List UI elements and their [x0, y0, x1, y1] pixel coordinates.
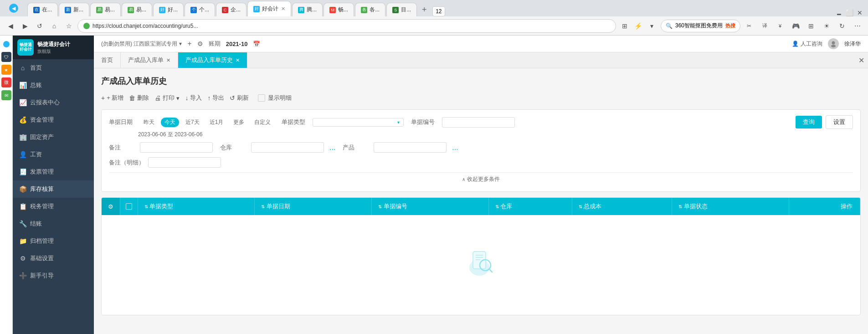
icon-sidebar-shield[interactable]: 🛡 [1, 52, 11, 62]
sidebar-item-home[interactable]: ⌂ 首页 [13, 59, 94, 77]
scissors-button[interactable]: ✂ [743, 20, 755, 32]
grid-button[interactable]: ⊞ [619, 20, 631, 32]
close-panel-button[interactable]: ✕ [855, 54, 868, 67]
tab-6[interactable]: 个 个... [185, 3, 215, 16]
close-button[interactable]: ✕ [857, 9, 863, 16]
sidebar-item-settle[interactable]: 🔧 结账 [13, 215, 94, 232]
game-button[interactable]: 🎮 [790, 20, 801, 32]
type-select[interactable]: ▾ [313, 118, 404, 127]
tab-stock-in-history[interactable]: 产成品入库单历史 ✕ [178, 52, 247, 68]
bookmark-button[interactable]: ☆ [63, 20, 75, 32]
sidebar-item-guide[interactable]: ➕ 新手引导 [13, 267, 94, 284]
sun-button[interactable]: ☀ [821, 20, 832, 32]
sidebar-item-asset[interactable]: 🏢 固定资产 [13, 128, 94, 146]
gear-icon[interactable]: ⚙ [108, 203, 113, 210]
back-button[interactable]: ◀ [5, 20, 16, 32]
tab-11[interactable]: 各 各... [355, 3, 385, 16]
warehouse-input[interactable] [251, 142, 324, 153]
icon-sidebar-mail[interactable]: ✉ [1, 90, 11, 100]
import-button[interactable]: ↓ 导入 [185, 94, 202, 102]
date-7days[interactable]: 近7天 [182, 118, 203, 127]
th-date[interactable]: ⇅ 单据日期 [255, 198, 372, 215]
query-button[interactable]: 查询 [796, 116, 822, 128]
tab-stock-in[interactable]: 产成品入库单 ✕ [121, 52, 178, 68]
settings-gear-button[interactable]: ⚙ [197, 40, 203, 47]
icon-sidebar-home[interactable] [1, 39, 11, 49]
settings-button[interactable]: 设置 [826, 115, 853, 129]
tab-7[interactable]: C 企... [216, 3, 247, 16]
product-input[interactable] [374, 142, 447, 153]
sync-button[interactable]: ↻ [836, 20, 848, 32]
company-selector[interactable]: (勿删勿禁用) 江西眼宝测试专用 ▾ [101, 40, 182, 48]
header-checkbox[interactable] [126, 203, 132, 210]
tab-8[interactable]: 好 好会计 ✕ [247, 1, 291, 16]
tab-home[interactable]: 首页 [94, 52, 121, 68]
icon-sidebar-star[interactable]: ★ [1, 65, 11, 75]
restore-button[interactable]: 🗕 [836, 9, 842, 16]
tab-2[interactable]: 新 新... [59, 3, 89, 16]
reload-button[interactable]: ↺ [34, 20, 46, 32]
date-1month[interactable]: 近1月 [206, 118, 227, 127]
collapse-button[interactable]: ∧ 收起更多条件 [109, 172, 853, 186]
product-dots[interactable]: ... [452, 144, 458, 152]
icon-sidebar-weibo[interactable]: 微 [1, 77, 11, 87]
tab-1[interactable]: 在 在... [27, 3, 58, 16]
note-input[interactable] [140, 142, 213, 153]
home-button[interactable]: ⌂ [48, 20, 60, 32]
tab-stock-in-close[interactable]: ✕ [166, 57, 170, 63]
th-type[interactable]: ⇅ 单据类型 [138, 198, 255, 215]
yuan-button[interactable]: ¥ [774, 20, 786, 32]
th-status[interactable]: ⇅ 单据状态 [672, 198, 789, 215]
more-button[interactable]: ⋯ [852, 20, 863, 32]
forward-button[interactable]: ▶ [19, 20, 31, 32]
sidebar-item-tax[interactable]: 📋 税务管理 [13, 198, 94, 215]
maximize-button[interactable]: ⬜ [846, 9, 853, 16]
tab-3[interactable]: 易 易... [90, 3, 121, 16]
tab-stock-in-history-close[interactable]: ✕ [236, 57, 240, 63]
sidebar-item-report[interactable]: 📈 云报表中心 [13, 94, 94, 111]
th-checkbox[interactable] [120, 198, 138, 215]
user-avatar[interactable] [828, 38, 839, 49]
add-company-button[interactable]: + [187, 40, 191, 48]
calendar-icon[interactable]: 📅 [253, 41, 260, 47]
date-more[interactable]: 更多 [230, 118, 248, 127]
translate-button[interactable]: 译 [759, 20, 770, 32]
tab-5[interactable]: 好 好... [153, 3, 184, 16]
layout-button[interactable]: ⊞ [805, 20, 817, 32]
sidebar-item-archive[interactable]: 📁 归档管理 [13, 232, 94, 250]
new-button[interactable]: + + 新增 [101, 94, 123, 102]
delete-button[interactable]: 🗑 删除 [129, 94, 149, 102]
print-button[interactable]: 🖨 打印 ▾ [154, 94, 180, 102]
dropdown-button[interactable]: ▾ [646, 20, 658, 32]
new-tab-button[interactable]: + [418, 3, 431, 16]
date-yesterday[interactable]: 昨天 [140, 118, 158, 127]
th-gear[interactable]: ⚙ [102, 198, 120, 215]
tab-12[interactable]: S 目... [386, 3, 417, 16]
url-box[interactable]: https://cloud.chanjet.com/accounting/uru… [77, 19, 616, 33]
sidebar-item-ledger[interactable]: 📊 总账 [13, 77, 94, 94]
refresh-button[interactable]: ↺ 刷新 [230, 94, 249, 102]
show-detail-checkbox[interactable] [258, 94, 265, 102]
consultant-button[interactable]: 👤 人工咨询 [792, 40, 822, 48]
th-total-cost[interactable]: ⇅ 总成本 [572, 198, 672, 215]
tab-4[interactable]: 易 易... [122, 3, 152, 16]
browser-back-icon[interactable]: ◀ [9, 4, 18, 13]
date-today[interactable]: 今天 [161, 118, 179, 127]
lightning-button[interactable]: ⚡ [632, 20, 644, 32]
th-warehouse[interactable]: ⇅ 仓库 [488, 198, 572, 215]
detail-note-input[interactable] [148, 157, 221, 168]
date-custom[interactable]: 自定义 [251, 118, 274, 127]
warehouse-dots[interactable]: ... [329, 144, 335, 152]
export-button[interactable]: ↑ 导出 [207, 94, 224, 102]
tab-10[interactable]: M 畅... [324, 3, 354, 16]
sidebar-item-fund[interactable]: 💰 资金管理 [13, 111, 94, 128]
sidebar-item-salary[interactable]: 👤 工资 [13, 146, 94, 163]
tab-counter[interactable]: 12 [432, 6, 445, 16]
sidebar-item-invoice[interactable]: 🧾 发票管理 [13, 163, 94, 180]
tab-8-close[interactable]: ✕ [281, 6, 285, 12]
sidebar-item-inventory[interactable]: 📦 库存核算 [13, 180, 94, 198]
th-number[interactable]: ⇅ 单据编号 [371, 198, 488, 215]
sidebar-item-settings[interactable]: ⚙ 基础设置 [13, 250, 94, 267]
tab-9[interactable]: 腾 腾... [292, 3, 323, 16]
number-input[interactable] [442, 117, 515, 128]
